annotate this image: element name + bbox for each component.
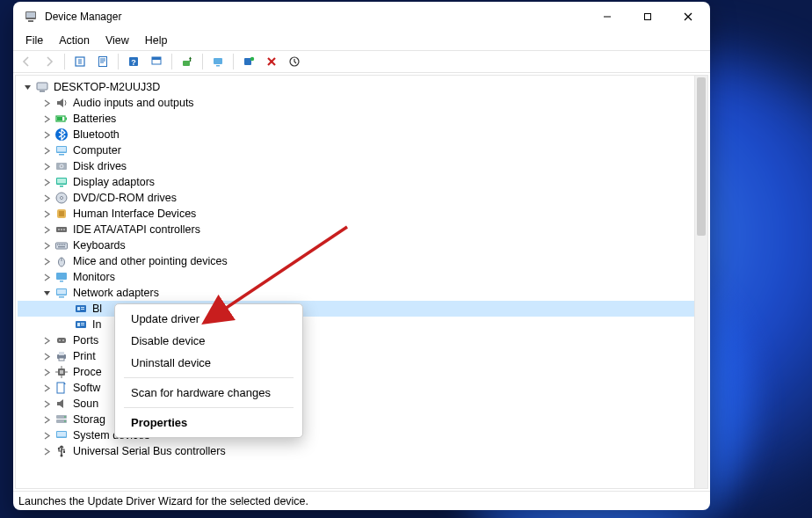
chevron-right-icon[interactable] [40,366,53,378]
audio-icon [54,96,69,110]
show-hidden-button[interactable] [70,52,90,71]
chevron-right-icon[interactable] [40,192,53,204]
svg-rect-50 [56,243,68,249]
uninstall-button[interactable] [208,52,228,71]
chevron-right-icon[interactable] [40,271,53,283]
tree-node-label: Bl [92,303,102,315]
tree-category-node[interactable]: Keyboards [18,237,706,253]
context-menu-item[interactable]: Properties [115,412,302,434]
chevron-right-icon[interactable] [40,223,53,236]
chevron-right-icon[interactable] [40,176,53,188]
chevron-right-icon[interactable] [40,160,53,172]
chevron-right-icon[interactable] [40,445,53,457]
svg-rect-35 [59,154,64,156]
tree-category-node[interactable]: Computer [18,142,706,158]
scan-hardware-button[interactable] [239,52,258,71]
sound-icon [54,397,69,411]
toolbar-separator [64,54,65,69]
tree-category-node[interactable]: Display adaptors [18,174,706,190]
close-button[interactable] [668,3,708,31]
action-center-button[interactable] [147,52,166,71]
context-menu-item[interactable]: Uninstall device [115,352,302,374]
chevron-right-icon[interactable] [40,128,53,141]
tree-node-label: Storag [73,413,105,426]
chevron-right-icon[interactable] [40,113,53,125]
maximize-button[interactable] [627,3,668,31]
tree-node-label: DVD/CD-ROM drives [73,192,177,204]
menu-view[interactable]: View [98,33,136,48]
svg-rect-2 [28,20,33,22]
svg-rect-63 [59,296,64,298]
chevron-right-icon[interactable] [40,239,53,252]
scrollbar-thumb[interactable] [697,77,706,236]
chevron-right-icon[interactable] [40,97,53,109]
svg-rect-30 [66,118,68,120]
tree-category-node[interactable]: Bluetooth [18,127,706,142]
chevron-right-icon[interactable] [40,208,53,220]
svg-rect-70 [81,323,84,324]
menu-action[interactable]: Action [52,33,97,48]
chevron-right-icon[interactable] [40,255,53,267]
system-icon [54,428,69,442]
svg-rect-90 [57,432,66,437]
svg-rect-52 [59,244,60,245]
disk-icon [54,159,69,173]
context-menu-item[interactable]: Disable device [115,330,302,352]
tree-category-node[interactable]: Monitors [18,269,706,285]
print-icon [54,349,69,363]
tree-category-node[interactable]: IDE ATA/ATAPI controllers [18,222,706,237]
keyboard-icon [54,238,69,252]
statusbar: Launches the Update Driver Wizard for th… [13,491,710,510]
chevron-right-icon[interactable] [40,334,53,347]
tree-category-node[interactable]: Disk drives [18,158,706,174]
svg-rect-67 [81,309,84,310]
menu-help[interactable]: Help [138,33,175,48]
svg-rect-92 [63,451,65,453]
tree-category-node[interactable]: DVD/CD-ROM drives [18,190,706,206]
tree-category-node[interactable]: Audio inputs and outputs [18,95,706,111]
svg-rect-59 [56,273,67,280]
tree-category-node[interactable]: Human Interface Devices [18,206,706,222]
chevron-down-icon[interactable] [21,81,33,93]
titlebar[interactable]: Device Manager [13,2,710,31]
minimize-button[interactable] [587,3,627,31]
svg-rect-72 [57,338,66,343]
tree-node-label: Network adapters [73,287,159,299]
tree-node-label: Audio inputs and outputs [73,97,194,109]
menu-file[interactable]: File [18,33,50,48]
properties-sheet-button[interactable] [93,52,112,71]
tree-category-node[interactable]: Network adapters [18,285,706,301]
svg-rect-19 [183,61,190,66]
chevron-down-icon[interactable] [40,287,53,299]
tree-root-node[interactable]: DESKTOP-M2UUJ3D [18,79,706,95]
context-menu-item[interactable]: Scan for hardware changes [115,382,302,404]
svg-point-43 [61,197,63,200]
chevron-right-icon[interactable] [40,429,53,441]
context-menu-separator [124,407,294,408]
svg-rect-21 [216,65,220,67]
forward-button[interactable] [40,52,59,71]
chevron-right-icon[interactable] [40,413,53,426]
svg-point-47 [58,229,60,230]
tree-node-label: DESKTOP-M2UUJ3D [54,81,160,93]
remove-device-button[interactable] [262,52,281,71]
context-menu[interactable]: Update driverDisable deviceUninstall dev… [114,303,303,438]
update-driver-button[interactable] [178,52,197,71]
chevron-right-icon[interactable] [40,398,53,410]
svg-rect-77 [59,358,64,361]
back-button[interactable] [17,52,36,71]
chevron-right-icon[interactable] [40,382,53,394]
enable-device-button[interactable] [285,52,304,71]
tree-category-node[interactable]: Batteries [18,111,706,127]
context-menu-item[interactable]: Update driver [115,308,302,330]
chevron-right-icon[interactable] [40,144,53,157]
scrollbar-vertical[interactable] [694,76,707,488]
svg-point-74 [62,339,64,341]
tree-category-node[interactable]: Universal Serial Bus controllers [18,443,706,459]
chevron-right-icon[interactable] [40,350,53,362]
svg-rect-55 [64,244,65,245]
toolbar-separator [118,54,119,69]
tree-category-node[interactable]: Mice and other pointing devices [18,253,706,269]
help-button[interactable]: ? [124,52,143,71]
tree-node-label: Batteries [73,113,116,125]
